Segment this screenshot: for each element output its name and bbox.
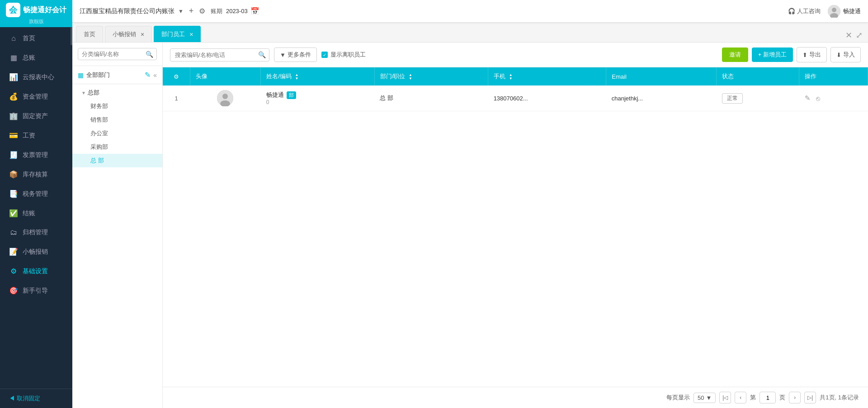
app-name: 畅捷通好会计 bbox=[23, 5, 66, 14]
dept-search-input[interactable] bbox=[78, 48, 157, 60]
sidebar-label-funds: 资金管理 bbox=[23, 93, 48, 101]
company-selector[interactable]: 江西服宝精品有限责任公司内账张 ▼ bbox=[80, 7, 184, 15]
employee-panel: 🔍 ▼ 更多条件 显示离职员工 邀请 + 新增员工 ⬆ 导出 ⬇ 导入 bbox=[163, 43, 868, 408]
employee-name: 畅捷通 bbox=[266, 91, 284, 99]
row-avatar-cell bbox=[190, 85, 261, 111]
employee-table-wrap: ⚙ 头像 姓名/编码 ▲▼ 部门/职位 ▲▼ 手机 ▲▼ bbox=[163, 67, 868, 387]
ledger-icon: ▦ bbox=[9, 53, 18, 62]
sidebar-label-home: 首页 bbox=[23, 34, 35, 43]
tab-home-label: 首页 bbox=[84, 30, 95, 38]
row-name-cell: 畅捷通 部 0 bbox=[261, 85, 374, 111]
dept-child-office[interactable]: 办公室 bbox=[72, 127, 162, 140]
per-page-select[interactable]: 50 ▼ bbox=[693, 393, 716, 403]
sidebar-item-archive[interactable]: 🗂 归档管理 bbox=[0, 223, 72, 242]
tabs-actions: ✕ ⤢ bbox=[845, 30, 868, 42]
add-company-button[interactable]: + bbox=[189, 6, 194, 16]
unpin-button[interactable]: ◀ 取消固定 bbox=[0, 389, 72, 408]
th-avatar: 头像 bbox=[190, 67, 261, 85]
assets-icon: 🏢 bbox=[9, 112, 18, 120]
import-button[interactable]: ⬇ 导入 bbox=[830, 47, 861, 62]
sort-dept-icon: ▲▼ bbox=[409, 73, 412, 81]
support-button[interactable]: 🎧 人工咨询 bbox=[788, 7, 821, 15]
sidebar-item-salary[interactable]: 💳 工资 bbox=[0, 126, 72, 145]
sidebar-item-inventory[interactable]: 📦 库存核算 bbox=[0, 165, 72, 184]
dept-child-headquarters[interactable]: 总 部 bbox=[72, 154, 162, 167]
sidebar-item-ledger[interactable]: ▦ 总账 bbox=[0, 48, 72, 67]
edit-employee-icon[interactable]: ✎ bbox=[805, 94, 811, 102]
invite-button[interactable]: 邀请 bbox=[722, 47, 748, 62]
tab-expense-close[interactable]: × bbox=[141, 31, 144, 38]
add-employee-button[interactable]: + 新增员工 bbox=[752, 47, 793, 62]
page-input[interactable] bbox=[760, 392, 776, 403]
prev-page-button[interactable]: ‹ bbox=[735, 392, 746, 403]
tab-employees-close[interactable]: × bbox=[189, 31, 193, 38]
user-avatar bbox=[828, 5, 840, 18]
settings-gear-icon[interactable]: ⚙ bbox=[199, 7, 205, 15]
period-label: 账期 2023-03 bbox=[211, 7, 247, 15]
page-suffix: 页 bbox=[779, 394, 785, 402]
th-status: 状态 bbox=[717, 67, 799, 85]
sidebar-item-expense[interactable]: 📝 小畅报销 bbox=[0, 242, 72, 261]
sidebar-item-funds[interactable]: 💰 资金管理 bbox=[0, 87, 72, 106]
expand-tabs-icon[interactable]: ⤢ bbox=[856, 30, 863, 40]
import-icon: ⬇ bbox=[836, 52, 841, 58]
tab-expense[interactable]: 小畅报销 × bbox=[105, 26, 152, 42]
logout-employee-icon[interactable]: ⎋ bbox=[816, 95, 820, 102]
export-button[interactable]: ⬆ 导出 bbox=[797, 47, 827, 62]
employee-code: 0 bbox=[266, 99, 369, 105]
sidebar-item-home[interactable]: ⌂ 首页 bbox=[0, 29, 72, 48]
sidebar-item-assets[interactable]: 🏢 固定资产 bbox=[0, 106, 72, 126]
sidebar-item-reports[interactable]: 📊 云报表中心 bbox=[0, 67, 72, 87]
first-page-button[interactable]: |◁ bbox=[719, 392, 731, 403]
dept-grid-icon: ▦ bbox=[78, 71, 84, 79]
th-phone[interactable]: 手机 ▲▼ bbox=[488, 67, 606, 85]
show-resigned-toggle[interactable]: 显示离职员工 bbox=[321, 51, 366, 59]
row-status: 正常 bbox=[717, 85, 799, 111]
app-logo: 会 畅捷通好会计 旗舰版 bbox=[0, 0, 72, 27]
status-badge: 正常 bbox=[722, 93, 743, 104]
th-actions: 操作 bbox=[799, 67, 868, 85]
sidebar-label-archive: 归档管理 bbox=[23, 228, 48, 237]
sidebar-label-salary: 工资 bbox=[23, 132, 35, 140]
sidebar-scrollbar bbox=[71, 27, 72, 45]
sidebar-item-invoice[interactable]: 🧾 发票管理 bbox=[0, 145, 72, 165]
funds-icon: 💰 bbox=[9, 92, 18, 101]
dept-header: ▦ 全部部门 ✎ « bbox=[72, 66, 162, 84]
sidebar-item-guide[interactable]: 🎯 新手引导 bbox=[0, 281, 72, 300]
show-resigned-label: 显示离职员工 bbox=[330, 51, 366, 59]
dept-child-sales[interactable]: 销售部 bbox=[72, 113, 162, 127]
dept-group-headquarters: ▼ 总部 财务部 销售部 办公室 采购部 总 部 bbox=[72, 84, 162, 169]
calendar-icon[interactable]: 📅 bbox=[250, 7, 259, 15]
close-all-tabs-icon[interactable]: ✕ bbox=[845, 30, 852, 40]
next-page-button[interactable]: › bbox=[789, 392, 801, 403]
sidebar-label-inventory: 库存核算 bbox=[23, 171, 48, 179]
sort-name-icon: ▲▼ bbox=[295, 73, 299, 81]
th-dept[interactable]: 部门/职位 ▲▼ bbox=[374, 67, 488, 85]
user-menu[interactable]: 畅捷通 bbox=[828, 5, 861, 18]
tab-employees[interactable]: 部门员工 × bbox=[154, 26, 201, 42]
search-input[interactable] bbox=[170, 48, 269, 62]
per-page-value: 50 bbox=[698, 394, 704, 401]
th-name[interactable]: 姓名/编码 ▲▼ bbox=[261, 67, 374, 85]
tab-home[interactable]: 首页 bbox=[76, 26, 103, 42]
dept-child-finance[interactable]: 财务部 bbox=[72, 100, 162, 113]
employee-dept-badge: 部 bbox=[287, 91, 296, 99]
filter-button[interactable]: ▼ 更多条件 bbox=[274, 47, 317, 62]
th-gear[interactable]: ⚙ bbox=[163, 67, 190, 85]
th-email: Email bbox=[606, 67, 717, 85]
sidebar-item-settings[interactable]: ⚙ 基础设置 bbox=[0, 261, 72, 281]
show-resigned-checkbox[interactable] bbox=[321, 52, 328, 58]
inventory-icon: 📦 bbox=[9, 170, 18, 179]
dept-collapse-icon[interactable]: « bbox=[153, 71, 157, 79]
sidebar-item-tax[interactable]: 📑 税务管理 bbox=[0, 184, 72, 204]
pagination: 每页显示 50 ▼ |◁ ‹ 第 页 › ▷| 共1页, 1条记录 bbox=[163, 387, 868, 408]
dept-edit-icon[interactable]: ✎ bbox=[145, 71, 151, 79]
company-dropdown-icon: ▼ bbox=[178, 8, 184, 14]
last-page-button[interactable]: ▷| bbox=[804, 392, 816, 403]
sidebar-item-checkout[interactable]: ✅ 结账 bbox=[0, 204, 72, 223]
table-row: 1 畅捷通 部 bbox=[163, 85, 868, 111]
dept-group-name-headquarters[interactable]: ▼ 总部 bbox=[72, 86, 162, 100]
tax-icon: 📑 bbox=[9, 190, 18, 198]
sidebar-label-reports: 云报表中心 bbox=[23, 73, 54, 81]
dept-child-purchasing[interactable]: 采购部 bbox=[72, 140, 162, 154]
